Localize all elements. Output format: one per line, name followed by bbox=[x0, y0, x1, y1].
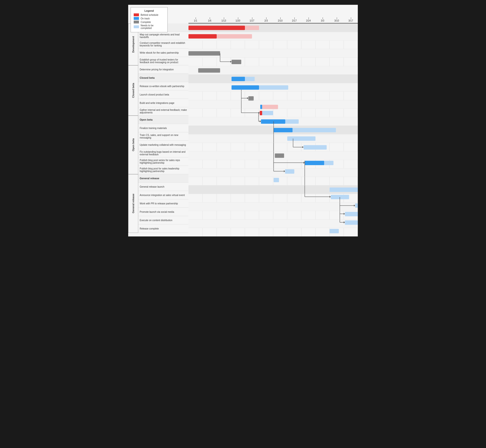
bar-finalize-light bbox=[287, 136, 315, 141]
tick-3: 1/20 bbox=[231, 19, 245, 22]
bar-ebook-gray bbox=[248, 96, 253, 101]
bar-publishleadership-light bbox=[274, 178, 279, 182]
task-announce-integration: Announce integration at sales virtual ev… bbox=[138, 191, 188, 199]
bar-publishblog-light bbox=[285, 169, 294, 174]
legend-item-ontrack: On track bbox=[134, 17, 165, 20]
tick-6: 2/10 bbox=[273, 19, 287, 22]
bar-map-red bbox=[188, 34, 217, 39]
task-launch-closed: Launch closed product beta bbox=[138, 90, 188, 99]
task-determine-pricing: Determine pricing for integration bbox=[138, 65, 188, 74]
task-general-release-header: General release bbox=[138, 174, 188, 183]
bar-gather-light bbox=[285, 120, 299, 124]
task-publish-blog-sales: Publish blog post series for sales reps … bbox=[138, 158, 188, 166]
bar-announce-light bbox=[355, 203, 358, 208]
svg-marker-56 bbox=[344, 213, 345, 215]
bar-build-light bbox=[262, 111, 273, 115]
task-release-complete: Release complete bbox=[138, 224, 188, 233]
tick-1: 1/6 bbox=[203, 19, 217, 22]
legend-label-complete: Complete bbox=[141, 21, 151, 24]
bar-closedbeta-light bbox=[259, 85, 288, 89]
svg-rect-19 bbox=[188, 168, 358, 177]
bar-fixbugs-light bbox=[324, 161, 334, 165]
timeline-header: 1/1 1/6 1/13 1/20 1/27 2/3 2/10 2/17 2/2… bbox=[188, 5, 358, 24]
bar-openbeta-blue bbox=[274, 128, 292, 132]
legend: Legend Behind schedule On track Complete… bbox=[131, 7, 168, 32]
bar-development-red bbox=[188, 26, 245, 30]
bar-map-light bbox=[217, 34, 252, 39]
legend-color-behind bbox=[134, 13, 139, 16]
bar-pricing-light bbox=[245, 77, 255, 81]
tick-11: 3/17 bbox=[344, 19, 358, 22]
task-general-launch: General release launch bbox=[138, 183, 188, 191]
tick-4: 1/27 bbox=[245, 19, 259, 22]
task-conduct-competitor: Conduct competitor research and establis… bbox=[138, 40, 188, 48]
bar-launch-light bbox=[262, 105, 278, 109]
section-label-closed-beta: Closed beta bbox=[128, 65, 138, 116]
legend-item-behind: Behind schedule bbox=[134, 13, 165, 16]
tick-5: 2/3 bbox=[259, 19, 273, 22]
gantt-chart: Legend Behind schedule On track Complete… bbox=[128, 5, 358, 236]
bar-launch-blue bbox=[260, 105, 262, 109]
bar-generalrelease-light bbox=[329, 188, 358, 192]
svg-rect-21 bbox=[188, 202, 358, 211]
task-execute-content: Execute on content distribution bbox=[138, 216, 188, 224]
legend-label-ontrack: On track bbox=[141, 17, 150, 20]
svg-marker-29 bbox=[230, 61, 232, 63]
tick-0: 1/1 bbox=[188, 19, 203, 22]
bar-closedbeta-blue bbox=[232, 85, 259, 89]
task-write-ebook: Write ebook for the sales partnership bbox=[138, 48, 188, 57]
legend-color-ontrack bbox=[134, 17, 139, 20]
task-open-beta-header: Open beta bbox=[138, 116, 188, 124]
bar-pricing-blue bbox=[232, 77, 245, 81]
svg-rect-22 bbox=[188, 219, 358, 228]
task-publish-blog-leadership: Publish blog post for sales leadership h… bbox=[138, 166, 188, 174]
bar-development-light bbox=[245, 26, 259, 30]
bar-build-red bbox=[260, 111, 262, 115]
legend-label-needs: Needs to be completed bbox=[141, 24, 165, 29]
bar-establish-gray bbox=[198, 68, 220, 72]
section-label-open-beta: Open beta bbox=[128, 116, 138, 174]
bar-gather-blue bbox=[261, 120, 285, 124]
task-fix-bugs: Fix outstanding bugs based on internal a… bbox=[138, 149, 188, 158]
legend-item-complete: Complete bbox=[134, 21, 165, 24]
svg-marker-32 bbox=[247, 97, 248, 99]
bar-update-gray bbox=[275, 153, 284, 158]
svg-marker-41 bbox=[302, 146, 304, 148]
svg-rect-24 bbox=[188, 75, 358, 83]
bar-workpr-light bbox=[345, 212, 358, 216]
tick-8: 2/24 bbox=[301, 19, 315, 22]
legend-item-needs: Needs to be completed bbox=[134, 24, 165, 29]
chart-area: 1/1 1/6 1/13 1/20 1/27 2/3 2/10 2/17 2/2… bbox=[188, 5, 358, 236]
tasks-column: Development Map out campagin elements an… bbox=[138, 5, 188, 236]
bar-fixbugs-blue bbox=[305, 161, 324, 165]
tick-10: 3/10 bbox=[329, 19, 344, 22]
tick-9: 3/3 bbox=[315, 19, 329, 22]
tick-7: 2/17 bbox=[287, 19, 301, 22]
task-build-integrations: Build and write integrations page bbox=[138, 99, 188, 107]
bar-write-gray bbox=[232, 60, 241, 64]
bar-openbeta-light bbox=[292, 128, 336, 132]
section-labels: Development Closed beta Open beta Genera… bbox=[128, 24, 138, 236]
legend-title: Legend bbox=[134, 9, 165, 12]
timeline-ticks: 1/1 1/6 1/13 1/20 1/27 2/3 2/10 2/17 2/2… bbox=[188, 19, 358, 23]
svg-marker-50 bbox=[329, 196, 331, 198]
svg-rect-18 bbox=[188, 151, 358, 160]
task-map-out: Map out campagin elements and lead hando… bbox=[138, 32, 188, 40]
task-gather-feedback: Gather internal and external feedback; m… bbox=[138, 107, 188, 116]
section-label-general-release: General release bbox=[128, 174, 138, 233]
task-closed-beta-header: Closed beta bbox=[138, 74, 188, 82]
bar-train-light bbox=[304, 145, 327, 150]
legend-label-behind: Behind schedule bbox=[141, 14, 158, 16]
svg-marker-35 bbox=[259, 112, 260, 114]
task-finalize-training: Finalize training materials bbox=[138, 124, 188, 132]
tick-2: 1/13 bbox=[217, 19, 231, 22]
legend-color-complete bbox=[134, 21, 139, 24]
task-release-ebook: Release co-written ebook with partnershi… bbox=[138, 82, 188, 90]
bar-conduct-gray bbox=[188, 51, 220, 56]
bar-execute-light bbox=[329, 229, 339, 233]
main-layout: Development Closed beta Open beta Genera… bbox=[128, 5, 358, 236]
task-train-cs: Train CS, sales, and support on new mess… bbox=[138, 132, 188, 141]
task-update-marketing: Update marketing collateral with messagi… bbox=[138, 141, 188, 149]
gantt-svg bbox=[188, 24, 358, 236]
svg-rect-17 bbox=[188, 134, 358, 143]
